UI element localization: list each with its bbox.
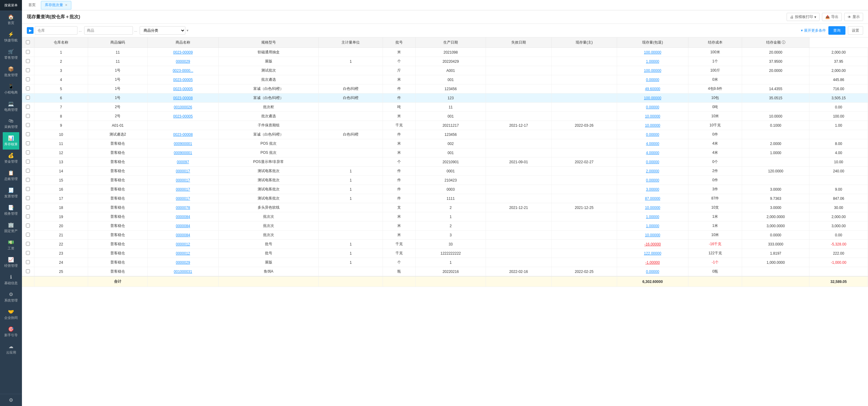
row-checkbox-23[interactable]	[26, 260, 30, 264]
row-checkbox-2[interactable]	[26, 68, 30, 72]
code-cell[interactable]: 0000084	[148, 212, 218, 222]
row-select-cell[interactable]	[22, 176, 34, 185]
code-cell[interactable]: 0000029	[148, 57, 218, 66]
qty-main-link[interactable]: 10.00000	[645, 206, 660, 210]
sidebar-item-3[interactable]: 📦批发管理	[3, 63, 19, 80]
row-select-cell[interactable]	[22, 94, 34, 103]
qty-main-cell[interactable]: 4.00000	[617, 139, 688, 148]
qty-main-cell[interactable]: 0.00000	[617, 158, 688, 167]
tab-inventory-batch[interactable]: 库存批次量 ✕	[41, 1, 71, 9]
code-cell[interactable]: 0023-0000...	[148, 66, 218, 75]
sidebar-item-19[interactable]: ☁云应用	[3, 340, 19, 358]
qty-main-cell[interactable]: 0.00000	[617, 75, 688, 84]
qty-main-link[interactable]: 122.00000	[644, 251, 661, 256]
qty-main-cell[interactable]: 2.00000	[617, 167, 688, 176]
row-checkbox-19[interactable]	[26, 224, 30, 228]
code-cell[interactable]: 0000012	[148, 249, 218, 258]
row-select-cell[interactable]	[22, 167, 34, 176]
row-checkbox-15[interactable]	[26, 187, 30, 191]
row-select-cell[interactable]	[22, 139, 34, 148]
sidebar-item-4[interactable]: 📱小程电商	[3, 80, 19, 98]
code-link[interactable]: 000097	[177, 160, 189, 164]
qty-main-link[interactable]: 1.00000	[646, 224, 659, 228]
row-select-cell[interactable]	[22, 185, 34, 194]
row-select-cell[interactable]	[22, 130, 34, 139]
code-link[interactable]: 0000029	[176, 59, 190, 64]
row-select-cell[interactable]	[22, 75, 34, 84]
code-link[interactable]: 0023-0000...	[173, 69, 193, 73]
expand-conditions-btn[interactable]: ▾ 展开更多条件	[801, 27, 826, 34]
query-button[interactable]: 查询	[828, 26, 845, 35]
sidebar-item-0[interactable]: 🏠首页	[3, 11, 19, 28]
qty-main-cell[interactable]: 100.00000	[617, 94, 688, 103]
code-cell[interactable]	[148, 121, 218, 130]
settings-button[interactable]: 设置	[848, 26, 863, 35]
code-cell[interactable]: 0000017	[148, 194, 218, 203]
code-link[interactable]: 0000012	[176, 242, 190, 246]
code-cell[interactable]: 0023-00008	[148, 94, 218, 103]
row-select-cell[interactable]	[22, 249, 34, 258]
code-link[interactable]: 0000078	[176, 206, 190, 210]
row-checkbox-12[interactable]	[26, 160, 30, 164]
qty-main-link[interactable]: 4.00000	[646, 142, 659, 146]
code-link[interactable]: 0000017	[176, 178, 190, 182]
row-checkbox-9[interactable]	[26, 132, 30, 136]
code-link[interactable]: 0023-00008	[173, 133, 193, 137]
code-link[interactable]: 0023-00008	[173, 96, 193, 100]
row-select-cell[interactable]	[22, 57, 34, 66]
code-link[interactable]: 001000026	[174, 105, 192, 109]
sidebar-item-8[interactable]: 💰资金管理	[3, 149, 19, 167]
sidebar-item-10[interactable]: 🧾发票管理	[3, 184, 19, 202]
code-link[interactable]: 0000084	[176, 224, 190, 228]
code-link[interactable]: 0000029	[176, 261, 190, 265]
code-cell[interactable]: 0000017	[148, 167, 218, 176]
row-checkbox-22[interactable]	[26, 251, 30, 255]
sidebar-item-17[interactable]: 🤝企业协同	[3, 306, 19, 323]
print-button[interactable]: 🖨 按模板打印 ▾	[786, 13, 819, 21]
code-cell[interactable]: 0023-00005	[148, 75, 218, 84]
qty-main-link[interactable]: 0.00000	[646, 133, 659, 137]
code-cell[interactable]: 0000017	[148, 176, 218, 185]
qty-main-cell[interactable]: 0.00000	[617, 130, 688, 139]
qty-main-cell[interactable]: 100.00000	[617, 48, 688, 57]
code-cell[interactable]: 0000084	[148, 231, 218, 240]
export-button[interactable]: 📤 导出	[822, 13, 842, 21]
row-select-cell[interactable]	[22, 66, 34, 75]
search-expand-btn[interactable]: ▶	[27, 27, 34, 34]
code-cell[interactable]: 0000029	[148, 258, 218, 267]
row-select-cell[interactable]	[22, 240, 34, 249]
sidebar-item-2[interactable]: 🛒零售管理	[3, 46, 19, 63]
row-select-cell[interactable]	[22, 212, 34, 222]
qty-main-link[interactable]: 100.00000	[644, 69, 661, 73]
row-select-cell[interactable]	[22, 231, 34, 240]
row-checkbox-6[interactable]	[26, 105, 30, 109]
row-checkbox-5[interactable]	[26, 96, 30, 100]
qty-main-cell[interactable]: -1.00000	[617, 258, 688, 267]
code-cell[interactable]: 001000026	[148, 103, 218, 112]
qty-main-link[interactable]: 100.00000	[644, 50, 661, 55]
sidebar-item-15[interactable]: ℹ基础信息	[3, 271, 19, 289]
code-link[interactable]: 0000084	[176, 215, 190, 219]
row-checkbox-1[interactable]	[26, 59, 30, 63]
select-all-checkbox[interactable]	[26, 40, 30, 44]
qty-main-link[interactable]: 0.00000	[646, 105, 659, 109]
row-select-cell[interactable]	[22, 103, 34, 112]
row-checkbox-3[interactable]	[26, 77, 30, 81]
code-link[interactable]: 0023-00009	[173, 50, 193, 55]
code-link[interactable]: 0000017	[176, 187, 190, 192]
row-checkbox-4[interactable]	[26, 87, 30, 91]
row-select-cell[interactable]	[22, 194, 34, 203]
display-button[interactable]: 👁 显示	[844, 13, 863, 21]
tab-close-icon[interactable]: ✕	[65, 3, 67, 7]
row-checkbox-7[interactable]	[26, 114, 30, 118]
qty-main-cell[interactable]: 1.00000	[617, 212, 688, 222]
row-select-cell[interactable]	[22, 158, 34, 167]
qty-main-cell[interactable]: 4.00000	[617, 148, 688, 158]
code-link[interactable]: 0000017	[176, 169, 190, 173]
qty-main-link[interactable]: 0.00000	[646, 78, 659, 82]
qty-main-link[interactable]: 87.00000	[645, 197, 660, 201]
sidebar-item-13[interactable]: 💵工资	[3, 236, 19, 254]
row-select-cell[interactable]	[22, 222, 34, 231]
qty-main-link[interactable]: 0.00000	[646, 178, 659, 182]
qty-main-link[interactable]: 1.00000	[646, 59, 659, 64]
